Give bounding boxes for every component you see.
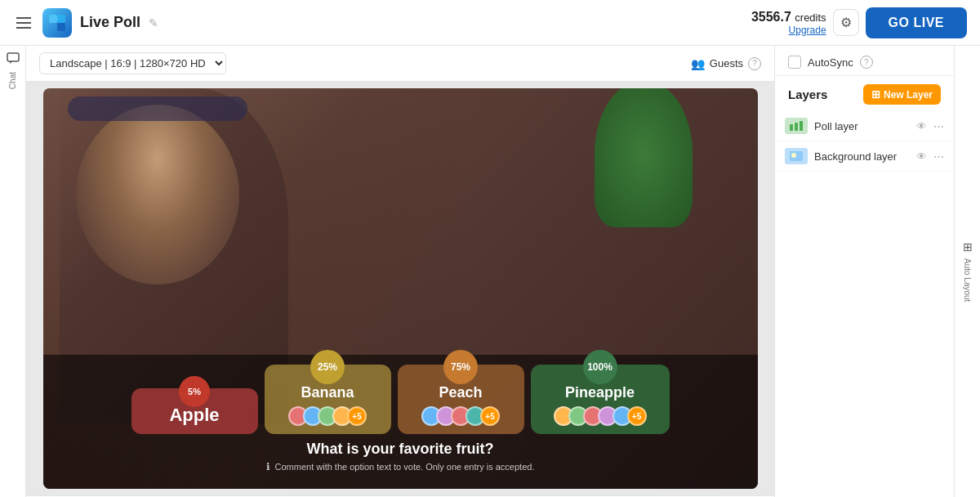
edit-title-icon[interactable]: ✎	[149, 16, 158, 29]
info-icon: ℹ	[266, 461, 270, 472]
upgrade-link[interactable]: Upgrade	[751, 25, 826, 36]
avatar-more: +5	[480, 406, 500, 426]
canvas-preview: 5% Apple 25% Banana	[26, 82, 774, 495]
poll-layer-name: Poll layer	[814, 120, 910, 132]
svg-rect-6	[800, 121, 803, 131]
banana-percent: 25%	[310, 350, 345, 384]
new-layer-button[interactable]: ⊞ New Layer	[863, 84, 941, 105]
poll-layer-visibility[interactable]: 👁	[916, 120, 927, 132]
svg-rect-5	[795, 123, 798, 131]
bg-layer-name: Background layer	[814, 150, 910, 163]
menu-icon[interactable]	[13, 14, 34, 32]
layer-background[interactable]: Background layer 👁 ⋯	[775, 141, 954, 172]
poll-layer-thumb	[785, 118, 808, 134]
peach-avatars: +5	[421, 406, 500, 426]
autosync-row: AutoSync ?	[775, 46, 954, 76]
new-layer-icon: ⊞	[871, 88, 880, 101]
chat-panel-toggle[interactable]: Chat	[7, 52, 20, 89]
resolution-select[interactable]: Landscape | 16:9 | 1280×720 HD	[39, 52, 226, 74]
poll-options: 5% Apple 25% Banana	[56, 365, 745, 434]
bg-layer-actions: 👁 ⋯	[916, 150, 944, 163]
layer-poll[interactable]: Poll layer 👁 ⋯	[775, 111, 954, 141]
main-content: Chat Landscape | 16:9 | 1280×720 HD 👥 Gu…	[0, 46, 980, 497]
autosync-label: AutoSync	[808, 56, 853, 69]
layers-title: Layers	[788, 87, 827, 101]
poll-layer-actions: 👁 ⋯	[916, 120, 944, 132]
svg-point-8	[791, 153, 796, 158]
guests-icon: 👥	[691, 57, 705, 70]
svg-rect-1	[57, 23, 65, 31]
canvas-area: Landscape | 16:9 | 1280×720 HD 👥 Guests …	[26, 46, 774, 497]
option-peach: 75% Peach +5	[398, 365, 524, 434]
bg-layer-thumb	[785, 148, 808, 164]
svg-rect-2	[57, 15, 65, 23]
app-logo	[42, 8, 72, 38]
poll-question: What is your favorite fruit?	[56, 441, 745, 458]
new-layer-label: New Layer	[884, 89, 933, 101]
credits-label: credits	[795, 11, 826, 24]
left-sidebar: Chat	[0, 46, 26, 497]
svg-rect-3	[7, 53, 19, 61]
autosync-help[interactable]: ?	[860, 56, 873, 69]
option-banana: 25% Banana +5	[265, 365, 391, 434]
plant-decoration	[595, 88, 693, 227]
apple-percent: 5%	[179, 376, 210, 407]
banana-name: Banana	[301, 384, 354, 401]
auto-layout-icon: ⊞	[963, 240, 973, 253]
headphones-band	[68, 96, 247, 121]
option-apple: 5% Apple	[131, 388, 258, 434]
peach-name: Peach	[439, 384, 482, 401]
chat-icon	[7, 52, 20, 65]
option-pineapple: 100% Pineapple +5	[531, 365, 670, 434]
bg-layer-more[interactable]: ⋯	[933, 150, 944, 163]
header-center: 3556.7 credits Upgrade ⚙ GO LIVE	[751, 7, 967, 38]
guests-button[interactable]: 👥 Guests ?	[691, 57, 761, 70]
pineapple-percent: 100%	[583, 350, 617, 384]
peach-percent: 75%	[443, 350, 478, 384]
chat-label: Chat	[8, 72, 17, 89]
autosync-checkbox[interactable]	[788, 56, 801, 69]
avatar-more: +5	[347, 406, 367, 426]
poll-instruction-text: Comment with the option text to vote. On…	[275, 462, 535, 472]
header: Live Poll ✎ 3556.7 credits Upgrade ⚙ GO …	[0, 0, 980, 46]
guests-help[interactable]: ?	[748, 57, 761, 70]
avatar-more: +5	[627, 406, 647, 426]
right-sidebar: AutoSync ? Layers ⊞ New Layer Poll layer…	[774, 46, 954, 497]
poll-overlay: 5% Apple 25% Banana	[43, 355, 758, 489]
svg-rect-0	[49, 15, 57, 23]
poll-instruction: ℹ Comment with the option text to vote. …	[56, 461, 745, 472]
pineapple-avatars: +5	[554, 406, 647, 426]
person-head	[76, 105, 239, 284]
settings-button[interactable]: ⚙	[833, 9, 859, 36]
canvas-toolbar: Landscape | 16:9 | 1280×720 HD 👥 Guests …	[26, 46, 774, 82]
auto-layout-panel[interactable]: ⊞ Auto Layout	[954, 46, 980, 497]
svg-rect-4	[790, 124, 793, 131]
auto-layout-label: Auto Layout	[963, 258, 972, 302]
guests-label: Guests	[710, 57, 743, 69]
banana-avatars: +5	[288, 406, 367, 426]
layers-header: Layers ⊞ New Layer	[775, 76, 954, 111]
poll-layer-more[interactable]: ⋯	[933, 120, 944, 132]
go-live-button[interactable]: GO LIVE	[866, 7, 967, 38]
credits-amount: 3556.7	[751, 10, 791, 24]
preview-frame: 5% Apple 25% Banana	[43, 88, 758, 489]
app-title: Live Poll	[80, 14, 140, 31]
pineapple-name: Pineapple	[565, 384, 635, 401]
header-left: Live Poll ✎	[13, 8, 158, 38]
bg-layer-visibility[interactable]: 👁	[916, 150, 927, 163]
credits-display: 3556.7 credits Upgrade	[751, 10, 826, 36]
apple-name: Apple	[169, 405, 219, 426]
